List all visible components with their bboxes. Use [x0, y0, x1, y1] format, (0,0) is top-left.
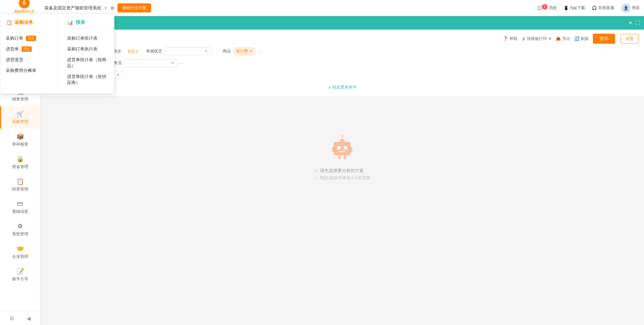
- industry-btn[interactable]: 体验行业方案: [117, 3, 151, 12]
- receipt-stat-supplier-label: 进货单统计表（按供应商）: [67, 74, 109, 86]
- title-dropdown-arrow[interactable]: ▼: [104, 6, 108, 10]
- reports-col-icon: 📊: [67, 19, 74, 26]
- collapse-sidebar-btn[interactable]: ◀: [27, 315, 31, 322]
- svg-rect-3: [339, 151, 346, 152]
- sidebar-item-inventory[interactable]: 📦 库存核算: [0, 129, 40, 151]
- export-action[interactable]: 📤 导出: [556, 36, 570, 42]
- header-right: 💬 5 消息 📱 App下载 🎧 在线客服 👤 用友: [538, 3, 640, 13]
- print-icon: 🖨: [522, 36, 526, 41]
- dropdown-purchase-expense[interactable]: 采购费用分摊单: [40, 65, 48, 76]
- refresh-icon: 🔄: [574, 36, 579, 41]
- user-label: 用友: [632, 5, 640, 11]
- dropdown-purchase-receipt[interactable]: 进货单 历史: [40, 44, 48, 54]
- query-button[interactable]: 查询: [593, 34, 615, 44]
- collapse-label: 收起更多条件: [332, 84, 357, 90]
- dropdown-purchase-order-exec[interactable]: 采购订单执行表: [67, 44, 109, 54]
- dropdown-receipt-stat-product[interactable]: 进货单统计表（按商品）: [67, 54, 109, 71]
- doc-status-select[interactable]: ▼: [164, 47, 211, 55]
- dropdown-divider: [57, 19, 58, 88]
- reports-col-title-text: 报表: [76, 19, 85, 26]
- filter-area: ❓ 帮助 🖨 按模板打印 ▼ 📤 导出 🔄 刷新: [40, 30, 644, 96]
- empty-state-hints: ① 请先选择要分析的方案 ② 用[过滤]条件来缩小分析范围: [314, 168, 370, 181]
- tab-bar: 首页 销售排行榜 ✕ ✕ ⛶: [40, 16, 644, 30]
- customer-arrow: ▼: [116, 73, 120, 77]
- sidebar-label-purchase: 采购管理: [12, 119, 28, 125]
- filter-row-3: 客户 ▼ ···: [46, 71, 639, 79]
- svg-rect-5: [350, 147, 352, 152]
- tab-spacer: [98, 16, 624, 30]
- commodity-tag-close[interactable]: ✕: [249, 49, 252, 53]
- tab-controls: ✕ ⛶: [624, 16, 644, 30]
- hint2-circle: ②: [314, 176, 318, 180]
- filter-toolbar: ❓ 帮助 🖨 按模板打印 ▼ 📤 导出 🔄 刷新: [46, 34, 639, 44]
- doc-status-arrow: ▼: [204, 49, 208, 53]
- print-label: 按模板打印: [527, 36, 547, 42]
- help-action[interactable]: ❓ 帮助: [503, 36, 517, 42]
- dropdown-receipt-stat-supplier[interactable]: 进货单统计表（按供应商）: [67, 71, 109, 88]
- commodity-dots[interactable]: ···: [257, 48, 261, 54]
- purchase-col-title: 📋 采购业务: [40, 19, 48, 29]
- settings-icon[interactable]: ⚙: [110, 5, 115, 11]
- hint2-text: 用[过滤]条件来缩小分析范围: [320, 175, 370, 181]
- filter-row-1: 2024-12-31 ~ 2024-12-31 7天 更多 自定义 单据状态: [46, 47, 639, 55]
- sidebar-label-system: 系统管理: [12, 231, 28, 237]
- user-action[interactable]: 👤 用友: [621, 3, 640, 13]
- purchase-order-stat-label: 采购订单统计表: [67, 35, 98, 41]
- sidebar-label-inventory: 库存核算: [12, 141, 28, 147]
- sidebar-item-operations[interactable]: 📋 经营管理: [0, 174, 40, 196]
- collapse-conditions-btn[interactable]: ∧ 收起更多条件: [46, 82, 639, 92]
- tab-close-window-icon[interactable]: ✕: [629, 20, 633, 26]
- purchase-dropdown-menu: 📋 采购业务 采购订单 历史 进货单 历史 进货退货: [40, 16, 114, 94]
- message-label: 消息: [549, 5, 557, 11]
- dropdown-purchase-return[interactable]: 进货退货: [40, 54, 48, 65]
- commodity-label: 商品: [223, 48, 231, 54]
- svg-rect-2: [344, 146, 347, 150]
- system-title-area: 装备及固定资产辅助管理系统 ▼ ⚙ 体验行业方案: [44, 3, 538, 12]
- app-download-action[interactable]: 📱 App下载: [564, 5, 585, 11]
- sidebar-item-system[interactable]: ⚙ 系统管理: [0, 218, 40, 241]
- svg-rect-4: [332, 147, 335, 152]
- date-custom-btn[interactable]: 自定义: [126, 48, 141, 54]
- reports-col: 📊 报表 采购订单统计表 采购订单执行表 进货单统计表（按商品） 进货单统计表（…: [67, 19, 109, 88]
- sidebar-bottom: ⚙ ◀: [0, 312, 40, 325]
- hint1-circle: ①: [314, 168, 318, 173]
- refresh-action[interactable]: 🔄 刷新: [574, 36, 589, 42]
- system-title: 装备及固定资产辅助管理系统: [44, 5, 101, 11]
- hint1-text: 请先选择要分析的方案: [320, 168, 364, 174]
- guide-icon: 📝: [16, 268, 24, 275]
- export-icon: 📤: [556, 36, 561, 41]
- export-label: 导出: [562, 36, 570, 42]
- purchase-icon: 🛒: [16, 110, 24, 118]
- help-label: 帮助: [509, 36, 517, 42]
- dropdown-purchase-order[interactable]: 采购订单 历史: [40, 33, 48, 44]
- tab-maximize-icon[interactable]: ⛶: [635, 20, 640, 26]
- print-action[interactable]: 🖨 按模板打印 ▼: [522, 36, 552, 42]
- svg-rect-7: [344, 155, 346, 159]
- sidebar-item-guide[interactable]: 📝 新手引导: [0, 263, 40, 286]
- reports-col-title: 📊 报表: [67, 19, 109, 29]
- finance-icon: 🔒: [16, 155, 24, 163]
- notification-action[interactable]: 💬 5 消息: [538, 5, 557, 11]
- sidebar-label-sales: 销售管理: [12, 96, 28, 102]
- salesman-select[interactable]: ▼: [124, 59, 178, 67]
- logo-text: 畅捷通好生意: [14, 9, 34, 14]
- collapse-chevron-up: ∧: [328, 85, 331, 90]
- sidebar-item-purchase[interactable]: 🛒 采购管理: [0, 106, 40, 129]
- commodity-tag[interactable]: 设计费 ✕: [233, 47, 255, 55]
- empty-state-icon: [325, 130, 359, 164]
- sidebar-item-basicinfo[interactable]: 🗃 基础信息: [0, 196, 40, 218]
- doc-status-dots[interactable]: ···: [213, 48, 217, 54]
- logo-icon: 6: [19, 0, 30, 8]
- online-service-action[interactable]: 🎧 在线客服: [592, 5, 614, 11]
- settings-bottom-icon[interactable]: ⚙: [9, 315, 14, 322]
- salesman-dots[interactable]: ···: [180, 60, 184, 66]
- setting-button[interactable]: 设置: [620, 34, 639, 44]
- sidebar-item-finance[interactable]: 🔒 资金管理: [0, 151, 40, 174]
- mobile-icon: 📱: [564, 6, 569, 10]
- online-service-label: 在线客服: [598, 5, 614, 11]
- dropdown-purchase-order-stat[interactable]: 采购订单统计表: [67, 33, 109, 44]
- doc-status-filter: 单据状态 ▼ ···: [146, 47, 217, 55]
- sidebar-item-enterprise[interactable]: 🤝 企业协同: [0, 241, 40, 263]
- customer-dots[interactable]: ···: [125, 72, 129, 78]
- enterprise-icon: 🤝: [16, 245, 24, 252]
